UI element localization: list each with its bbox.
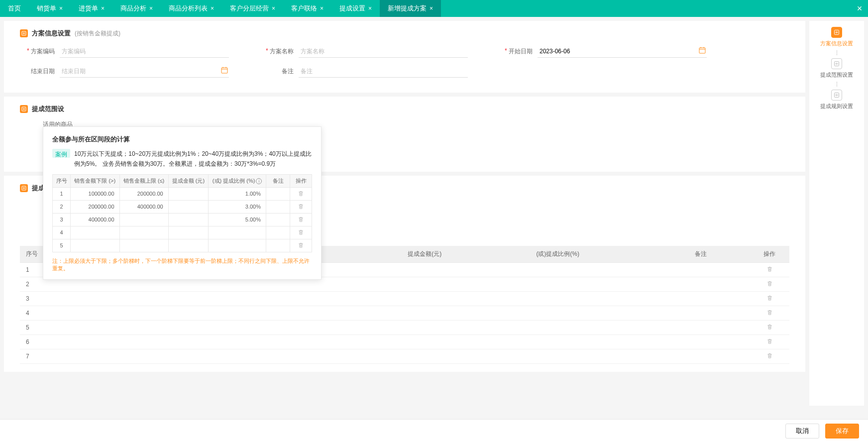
cell-lower[interactable] <box>88 349 247 364</box>
popover-header-row: 序号 销售金额下限 (>) 销售金额上限 (≤) 提成金额 (元) (或) 提成… <box>53 174 312 187</box>
cell-lower[interactable] <box>88 306 247 321</box>
code-input[interactable] <box>60 45 229 58</box>
section-plan-info: 方案信息设置 (按销售金额提成) 方案编码 方案名称 开始日期 <box>4 21 805 93</box>
side-step[interactable]: 提成规则设置 <box>820 90 853 110</box>
cell-remark[interactable] <box>692 277 750 292</box>
cell-remark[interactable] <box>692 335 750 349</box>
tab-close-icon[interactable]: × <box>368 5 372 12</box>
section-icon <box>20 105 28 113</box>
cell-amount[interactable] <box>405 292 533 306</box>
svg-rect-23 <box>835 93 839 98</box>
calendar-icon[interactable] <box>221 67 228 74</box>
remark-input[interactable] <box>299 65 468 78</box>
tab-item[interactable]: 客户联络× <box>283 0 331 17</box>
cell-remark[interactable] <box>692 292 750 306</box>
start-date-input[interactable] <box>538 45 707 58</box>
tab-item[interactable]: 进货单× <box>71 0 112 17</box>
cell-lower[interactable] <box>88 292 247 306</box>
cell-amount[interactable] <box>405 277 533 292</box>
tab-close-icon[interactable]: × <box>211 5 214 12</box>
cell-action <box>750 292 789 306</box>
tab-close-icon[interactable]: × <box>430 5 433 12</box>
tab-item[interactable]: 销货单× <box>29 0 71 17</box>
tier-row[interactable]: 6 <box>20 335 789 349</box>
field-end-date: 结束日期 <box>20 65 229 78</box>
cell-remark[interactable] <box>692 263 750 277</box>
cell-ratio[interactable] <box>533 335 691 349</box>
section-title: 提成范围设 <box>32 105 64 113</box>
pcell-upper: 200000.00 <box>119 187 168 200</box>
cell-amount[interactable] <box>405 263 533 277</box>
side-step[interactable]: 方案信息设置 <box>820 27 853 47</box>
end-date-input[interactable] <box>60 65 229 78</box>
delete-icon[interactable] <box>766 266 773 272</box>
tab-item[interactable]: 首页 <box>0 0 29 17</box>
pcell-remark <box>266 200 290 213</box>
popover-table: 序号 销售金额下限 (>) 销售金额上限 (≤) 提成金额 (元) (或) 提成… <box>52 174 312 252</box>
delete-icon[interactable] <box>298 203 304 210</box>
delete-icon[interactable] <box>766 324 773 330</box>
section-title: 方案信息设置 <box>32 29 71 38</box>
tab-close-icon[interactable]: × <box>149 5 153 12</box>
pcell-amount <box>168 226 209 239</box>
cell-action <box>750 277 789 292</box>
cell-amount[interactable] <box>405 306 533 321</box>
tier-row[interactable]: 3 <box>20 292 789 306</box>
calendar-icon[interactable] <box>699 47 706 54</box>
tab-close-icon[interactable]: × <box>320 5 324 12</box>
tab-item[interactable]: 商品分析列表× <box>161 0 222 17</box>
delete-icon[interactable] <box>298 216 304 222</box>
cell-ratio[interactable] <box>533 263 691 277</box>
cell-amount[interactable] <box>405 349 533 364</box>
delete-icon[interactable] <box>766 338 773 344</box>
name-label: 方案名称 <box>259 47 299 56</box>
delete-icon[interactable] <box>766 352 773 359</box>
tier-row[interactable]: 4 <box>20 306 789 321</box>
tab-close-icon[interactable]: × <box>101 5 105 12</box>
tab-item[interactable]: 客户分层经营× <box>222 0 283 17</box>
cell-upper[interactable] <box>246 321 405 335</box>
cell-remark[interactable] <box>692 349 750 364</box>
cell-upper[interactable] <box>246 292 405 306</box>
cell-remark[interactable] <box>692 306 750 321</box>
cell-amount[interactable] <box>405 321 533 335</box>
cell-ratio[interactable] <box>533 321 691 335</box>
cell-ratio[interactable] <box>533 349 691 364</box>
cell-ratio[interactable] <box>533 292 691 306</box>
tab-item[interactable]: 商品分析× <box>112 0 161 17</box>
name-input[interactable] <box>299 45 468 58</box>
tab-item[interactable]: 新增提成方案× <box>380 0 441 17</box>
delete-icon[interactable] <box>298 242 304 248</box>
step-label: 提成规则设置 <box>820 103 853 110</box>
tab-close-icon[interactable]: × <box>59 5 63 12</box>
tab-close-icon[interactable]: × <box>272 5 275 12</box>
cell-upper[interactable] <box>246 306 405 321</box>
cell-lower[interactable] <box>88 335 247 349</box>
close-all-tabs-button[interactable]: × <box>851 0 868 17</box>
cell-upper[interactable] <box>246 349 405 364</box>
cell-upper[interactable] <box>246 335 405 349</box>
example-tag: 案例 <box>52 149 70 158</box>
pcell-remark <box>266 187 290 200</box>
delete-icon[interactable] <box>298 229 304 235</box>
pcell-action <box>290 200 312 213</box>
cell-ratio[interactable] <box>533 306 691 321</box>
info-icon[interactable]: i <box>256 178 262 184</box>
tier-row[interactable]: 5 <box>20 321 789 335</box>
cell-lower[interactable] <box>88 321 247 335</box>
side-anchor-nav: 方案信息设置提成范围设置提成规则设置 <box>809 21 864 406</box>
side-step[interactable]: 提成范围设置 <box>820 58 853 79</box>
delete-icon[interactable] <box>766 280 773 287</box>
cell-action <box>750 349 789 364</box>
tab-item[interactable]: 提成设置× <box>331 0 380 17</box>
cell-amount[interactable] <box>405 335 533 349</box>
cell-remark[interactable] <box>692 321 750 335</box>
cell-ratio[interactable] <box>533 277 691 292</box>
delete-icon[interactable] <box>298 190 304 197</box>
step-label: 方案信息设置 <box>820 40 853 47</box>
tab-label: 商品分析 <box>120 4 146 13</box>
tier-row[interactable]: 7 <box>20 349 789 364</box>
delete-icon[interactable] <box>766 309 773 316</box>
cell-action <box>750 321 789 335</box>
delete-icon[interactable] <box>766 295 773 301</box>
